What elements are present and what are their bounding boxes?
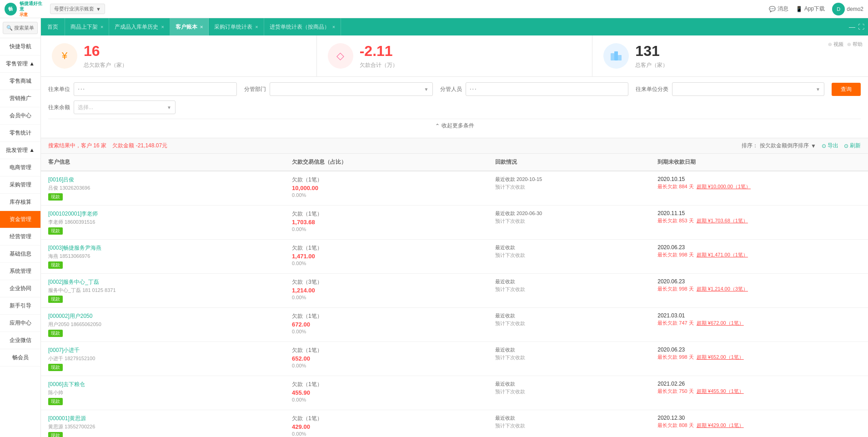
message-button[interactable]: 💬 消息 — [769, 5, 788, 13]
from-unit-input[interactable]: ··· — [74, 82, 237, 96]
help-link[interactable]: ⊙ 帮助 — [847, 41, 863, 48]
sidebar-item-quick-nav[interactable]: 快捷导航 — [0, 38, 40, 55]
sidebar-item-enterprise-wechat[interactable]: 企业微信 — [0, 332, 40, 349]
debt-percent-2: 0.00% — [292, 261, 495, 266]
stat-info-debt-customers: 16 总欠款客户（家） — [84, 43, 127, 69]
debt-percent-7: 0.00% — [292, 431, 495, 437]
overdue-link-0[interactable]: 超期 ¥10,000.00（1笔） — [697, 184, 751, 189]
customer-badge-5: 现款 — [48, 364, 63, 371]
customer-name-link-1[interactable]: [0001020001]李老师 — [48, 211, 98, 217]
overdue-link-2[interactable]: 超期 ¥1,471.00（1笔） — [697, 252, 748, 257]
table-row: [0003]畅捷服务尹海燕 海燕 18513066976 现款 欠款（1笔） 1… — [41, 240, 868, 274]
tab-close-production-history[interactable]: × — [161, 24, 164, 30]
download-icon: 📱 — [796, 6, 803, 12]
customer-name-link-6[interactable]: [0006]去下粮仓 — [48, 381, 85, 387]
overdue-date-5: 2020.06.23 — [657, 347, 861, 353]
sidebar-item-finance[interactable]: 资金管理 — [0, 211, 40, 228]
cell-collection-7: 最近收款 预计下次收款 — [495, 415, 657, 437]
sort-selector[interactable]: 排序： 按欠款金额倒序排序 ▼ — [742, 142, 816, 150]
collection-next-2: 预计下次收款 — [495, 252, 657, 259]
customer-name-link-0[interactable]: [0016]吕俊 — [48, 176, 74, 183]
customer-name-link-5[interactable]: [0007]小进千 — [48, 347, 80, 353]
collection-next-0: 预计下次收款 — [495, 184, 657, 191]
user-menu[interactable]: D demo2 — [832, 3, 863, 15]
collection-latest-2: 最近收款 — [495, 244, 657, 251]
search-menu-button[interactable]: 🔍 搜索菜单 — [3, 22, 38, 34]
overdue-link-7[interactable]: 超期 ¥429.00（1笔） — [697, 422, 744, 428]
table-header: 客户信息 欠款交易信息（占比） 回款情况 到期未收款日期 — [41, 154, 868, 171]
sidebar-item-new-guide[interactable]: 新手引导 — [0, 297, 40, 315]
table-body: [0016]吕俊 吕俊 13026203696 现款 欠款（1笔） 10,000… — [41, 171, 868, 437]
division-input[interactable]: ▼ — [270, 82, 433, 96]
collapse-filters-button[interactable]: ⌃ 收起更多条件 — [48, 119, 861, 132]
store-selector[interactable]: 母婴行业演示账套 ▼ — [50, 4, 105, 14]
video-help-link[interactable]: ⊙ 视频 — [828, 41, 843, 48]
tab-maximize-icon[interactable]: ⛶ — [858, 23, 864, 30]
sidebar-item-marketing[interactable]: 营销推广 — [0, 90, 40, 107]
sidebar-item-member[interactable]: 会员中心 — [0, 107, 40, 125]
unit-category-input[interactable]: ▼ — [672, 82, 824, 96]
tab-close-product-status[interactable]: × — [100, 24, 103, 30]
debt-percent-0: 0.00% — [292, 192, 495, 198]
sidebar-item-operations[interactable]: 经营管理 — [0, 228, 40, 246]
sidebar-item-retail-mall[interactable]: 零售商城 — [0, 73, 40, 90]
customer-name-link-7[interactable]: [000001]黄思源 — [48, 415, 86, 422]
overdue-link-5[interactable]: 超期 ¥652.00（1笔） — [697, 354, 744, 360]
debt-customers-value: 16 — [84, 43, 127, 60]
sidebar-item-batch-management[interactable]: 批发管理 ▲ — [0, 142, 40, 159]
collection-next-5: 预计下次收款 — [495, 354, 657, 361]
app-download-button[interactable]: 📱 App下载 — [796, 5, 825, 13]
division-label: 分管部门 — [244, 85, 266, 93]
debt-customers-icon: ¥ — [52, 43, 77, 69]
customer-name-link-3[interactable]: [0002]服务中心_丁磊 — [48, 279, 99, 285]
balance-input[interactable]: 选择... ▼ — [74, 100, 176, 114]
cell-customer-1: [0001020001]李老师 李老师 18600391516 现款 — [48, 210, 292, 235]
sidebar-item-system[interactable]: 系统管理 — [0, 263, 40, 280]
collection-latest-0: 最近收款 2020-10-15 — [495, 176, 657, 183]
result-bar: 搜索结果中，客户 16 家 欠款金额 -21,148.07元 排序： 按欠款金额… — [41, 138, 868, 154]
overdue-days-0: 最长欠款 884 天 超期 ¥10,000.00（1笔） — [657, 183, 861, 190]
logo-text: 畅捷通好生意示意 — [20, 1, 45, 17]
tab-close-purchase-order-stats[interactable]: × — [255, 24, 258, 30]
cell-overdue-2: 2020.06.23 最长欠款 998 天 超期 ¥1,471.00（1笔） — [657, 244, 861, 269]
customer-phone-3: 服务中心_丁磊 181 0125 8371 — [48, 287, 292, 294]
sidebar-item-app-center[interactable]: 应用中心 — [0, 315, 40, 332]
tab-customer-account[interactable]: 客户账本 × — [170, 18, 209, 35]
tab-product-status[interactable]: 商品上下架 × — [65, 18, 109, 35]
tab-close-customer-account[interactable]: × — [200, 24, 203, 30]
tab-close-purchase-stats-by-product[interactable]: × — [332, 24, 335, 30]
query-button[interactable]: 查询 — [832, 83, 861, 96]
tab-purchase-order-stats[interactable]: 采购订单统计表 × — [209, 18, 264, 35]
sidebar-item-retail-management[interactable]: 零售管理 ▲ — [0, 55, 40, 73]
overdue-date-7: 2020.12.30 — [657, 415, 861, 421]
customer-badge-1: 现款 — [48, 227, 63, 235]
overdue-date-6: 2021.02.26 — [657, 381, 861, 387]
sidebar-item-enterprise[interactable]: 企业协同 — [0, 280, 40, 297]
overdue-link-1[interactable]: 超期 ¥1,703.68（1笔） — [697, 218, 748, 223]
sidebar-item-member-premium[interactable]: 畅会员 — [0, 349, 40, 367]
table-row: [0001020001]李老师 李老师 18600391516 现款 欠款（1笔… — [41, 206, 868, 240]
tab-home[interactable]: 首页 — [41, 18, 65, 35]
sidebar-item-ecommerce[interactable]: 电商管理 — [0, 159, 40, 176]
overdue-link-6[interactable]: 超期 ¥455.90（1笔） — [697, 388, 744, 394]
filter-unit-category: 往来单位分类 ▼ — [636, 82, 824, 96]
export-icon: ⊙ — [822, 143, 826, 149]
sidebar-item-retail-stats[interactable]: 零售统计 — [0, 125, 40, 142]
refresh-button[interactable]: ⊙ 刷新 — [844, 142, 861, 150]
overdue-link-4[interactable]: 超期 ¥672.00（1笔） — [697, 320, 744, 326]
cell-customer-4: [000002]用户2050 用户2050 18665062050 现款 — [48, 312, 292, 337]
customer-name-link-2[interactable]: [0003]畅捷服务尹海燕 — [48, 245, 101, 251]
sidebar-item-inventory[interactable]: 库存核算 — [0, 194, 40, 211]
cell-collection-6: 最近收款 预计下次收款 — [495, 381, 657, 405]
sidebar-item-basic-info[interactable]: 基础信息 — [0, 246, 40, 263]
tab-bar: 首页 商品上下架 × 产成品入库单历史 × 客户账本 × 采购订单统计表 × — [41, 18, 868, 35]
tab-purchase-stats-by-product[interactable]: 进货单统计表（按商品） × — [264, 18, 341, 35]
tab-minimize-icon[interactable]: — — [849, 23, 855, 30]
customer-name-link-4[interactable]: [000002]用户2050 — [48, 313, 92, 319]
export-button[interactable]: ⊙ 导出 — [822, 142, 838, 150]
manager-input[interactable]: ··· — [466, 82, 629, 96]
tab-production-history[interactable]: 产成品入库单历史 × — [109, 18, 170, 35]
table-row: [0016]吕俊 吕俊 13026203696 现款 欠款（1笔） 10,000… — [41, 171, 868, 206]
overdue-link-3[interactable]: 超期 ¥1,214.00（3笔） — [697, 286, 748, 291]
sidebar-item-purchase[interactable]: 采购管理 — [0, 176, 40, 194]
